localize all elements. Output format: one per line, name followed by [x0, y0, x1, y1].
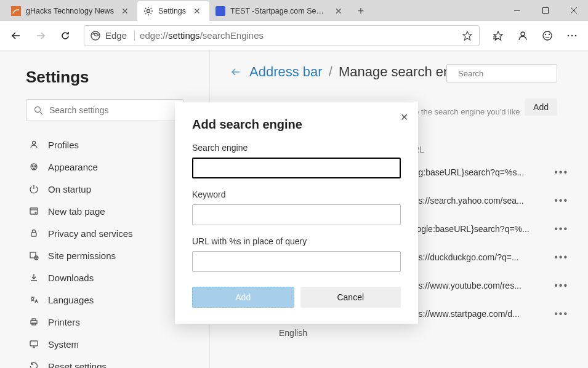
lock-icon	[28, 228, 39, 239]
url-input[interactable]	[192, 251, 401, 272]
edge-icon	[91, 31, 100, 41]
favicon-ghacks	[11, 6, 21, 16]
omnibox-url: edge://settings/searchEngines	[140, 30, 264, 41]
svg-point-14	[575, 34, 577, 36]
svg-line-16	[40, 112, 42, 114]
add-engine-dialog: ✕ Add search engine Search engine Keywor…	[175, 102, 418, 324]
svg-point-20	[34, 166, 36, 167]
tab-label: Settings	[158, 7, 186, 15]
svg-point-1	[147, 10, 150, 13]
svg-point-21	[33, 168, 34, 169]
nav-printers[interactable]: Printers	[26, 311, 183, 333]
more-icon[interactable]: •••	[554, 167, 568, 178]
tab-startpage[interactable]: TEST -Startpage.com Search resu ✕	[209, 1, 351, 21]
newtab-icon	[28, 206, 39, 217]
settings-title: Settings	[26, 68, 183, 87]
dialog-close-icon[interactable]: ✕	[400, 111, 408, 123]
more-icon[interactable]: •••	[554, 252, 568, 263]
tab-label: gHacks Technology News	[26, 7, 114, 15]
svg-rect-2	[215, 6, 225, 16]
svg-point-12	[568, 34, 570, 36]
nav-onstartup[interactable]: On startup	[26, 178, 183, 200]
english-label: English	[279, 328, 568, 338]
titlebar: gHacks Technology News ✕ Settings ✕ TEST…	[0, 0, 588, 21]
field-url: URL with %s in place of query	[192, 236, 401, 283]
feedback-icon[interactable]	[536, 25, 558, 47]
favicon-startpage	[215, 6, 225, 16]
svg-point-15	[35, 106, 41, 112]
nav-languages[interactable]: Languages	[26, 289, 183, 311]
profile-icon	[28, 139, 39, 150]
new-tab-button[interactable]: +	[351, 1, 371, 21]
system-icon	[28, 338, 39, 350]
appearance-icon	[28, 161, 39, 172]
add-engine-button[interactable]: Add	[525, 98, 557, 116]
minimize-button[interactable]	[503, 0, 531, 21]
back-arrow-icon[interactable]	[230, 66, 242, 78]
settings-search[interactable]	[26, 99, 183, 121]
svg-point-9	[543, 31, 552, 40]
address-bar[interactable]: Edge edge://settings/searchEngines	[84, 25, 480, 46]
favorite-icon[interactable]	[462, 30, 473, 41]
svg-point-11	[549, 34, 550, 34]
power-icon	[28, 183, 39, 194]
keyword-input[interactable]	[192, 204, 401, 225]
more-icon[interactable]: •••	[554, 195, 568, 206]
refresh-button[interactable]	[54, 25, 76, 47]
svg-rect-30	[32, 319, 36, 321]
svg-point-8	[521, 32, 525, 36]
nav-newtab[interactable]: New tab page	[26, 200, 183, 222]
settings-search-input[interactable]	[49, 105, 175, 115]
field-keyword: Keyword	[192, 190, 401, 236]
back-button[interactable]	[5, 25, 27, 47]
nav-reset[interactable]: Reset settings	[26, 355, 183, 368]
settings-nav: Profiles Appearance On startup New tab p…	[26, 134, 183, 368]
favorites-icon[interactable]	[487, 25, 509, 47]
svg-rect-22	[30, 208, 38, 214]
nav-appearance[interactable]: Appearance	[26, 156, 183, 178]
more-icon[interactable]: •••	[554, 280, 568, 291]
toolbar: Edge edge://settings/searchEngines	[0, 21, 588, 50]
language-icon	[28, 294, 39, 305]
search-icon	[34, 106, 43, 115]
dialog-title: Add search engine	[192, 118, 401, 132]
dialog-cancel-button[interactable]: Cancel	[300, 287, 401, 308]
more-icon[interactable]: •••	[554, 308, 568, 319]
omnibox-prefix: Edge	[105, 30, 135, 41]
svg-rect-32	[30, 341, 38, 346]
nav-sitepermissions[interactable]: Site permissions	[26, 244, 183, 266]
breadcrumb-link[interactable]: Address bar	[249, 64, 323, 79]
tabstrip: gHacks Technology News ✕ Settings ✕ TEST…	[0, 0, 503, 21]
nav-system[interactable]: System	[26, 333, 183, 355]
engines-search[interactable]	[446, 64, 557, 82]
reset-icon	[28, 361, 39, 368]
close-window-button[interactable]	[560, 0, 588, 21]
svg-point-17	[33, 142, 36, 145]
svg-rect-0	[11, 6, 21, 16]
nav-privacy[interactable]: Privacy and services	[26, 222, 183, 244]
window-buttons	[503, 0, 588, 21]
close-icon[interactable]: ✕	[332, 6, 345, 16]
more-icon[interactable]: •••	[554, 223, 568, 234]
close-icon[interactable]: ✕	[191, 6, 203, 16]
menu-icon[interactable]	[561, 25, 583, 47]
svg-rect-26	[31, 233, 36, 236]
svg-point-13	[571, 34, 573, 36]
field-search-engine: Search engine	[192, 143, 401, 190]
engines-search-input[interactable]	[458, 69, 562, 78]
download-icon	[28, 272, 39, 283]
dialog-add-button[interactable]: Add	[192, 287, 294, 308]
printer-icon	[28, 316, 39, 327]
forward-button[interactable]	[30, 25, 52, 47]
gear-icon	[143, 6, 153, 16]
tab-ghacks[interactable]: gHacks Technology News ✕	[5, 1, 137, 21]
profile-icon[interactable]	[512, 25, 534, 47]
search-engine-input[interactable]	[192, 158, 401, 178]
maximize-button[interactable]	[531, 0, 560, 21]
tab-settings[interactable]: Settings ✕	[137, 1, 209, 21]
dialog-buttons: Add Cancel	[192, 287, 401, 308]
tab-label: TEST -Startpage.com Search resu	[230, 7, 328, 15]
nav-profiles[interactable]: Profiles	[26, 134, 183, 156]
close-icon[interactable]: ✕	[119, 6, 131, 16]
nav-downloads[interactable]: Downloads	[26, 266, 183, 289]
